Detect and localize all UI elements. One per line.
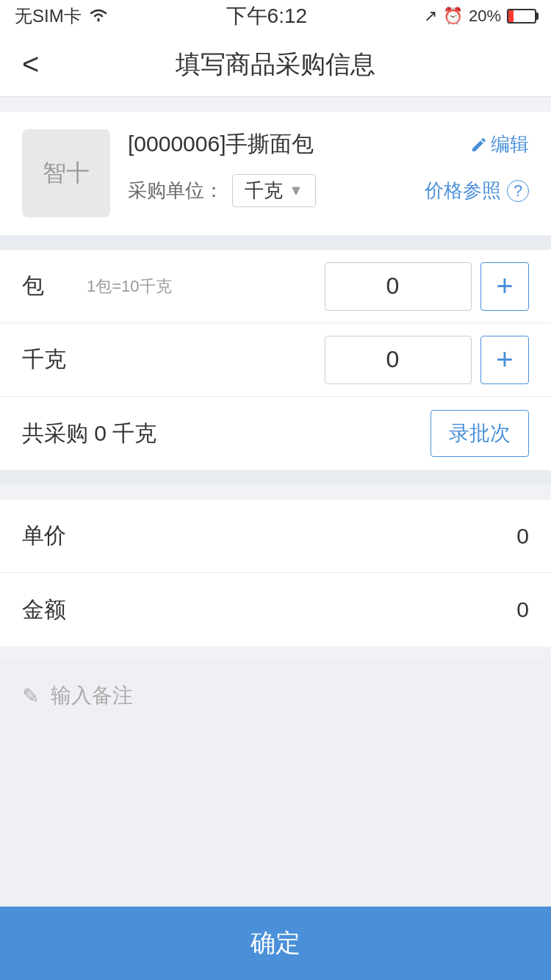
battery-percent: 20% bbox=[469, 7, 501, 26]
bag-input-wrapper: + bbox=[172, 262, 529, 311]
product-image: 智十 bbox=[22, 129, 110, 217]
unit-price-row: 单价 0 bbox=[0, 500, 551, 573]
chevron-down-icon: ▼ bbox=[289, 182, 303, 199]
kg-input-wrapper: + bbox=[81, 336, 529, 384]
product-name: [0000006]手撕面包 bbox=[128, 129, 314, 159]
amount-row: 金额 0 bbox=[0, 573, 551, 646]
amount-value: 0 bbox=[516, 597, 529, 622]
amount-label: 金额 bbox=[22, 595, 66, 625]
gps-icon: ↗ bbox=[424, 7, 437, 26]
product-logo: 智十 bbox=[43, 157, 90, 190]
bag-sublabel: 1包=10千克 bbox=[87, 275, 172, 298]
note-section[interactable]: ✎ 输入备注 bbox=[0, 661, 551, 730]
unit-price-label: 单价 bbox=[22, 521, 66, 551]
unit-label: 采购单位： bbox=[128, 178, 223, 203]
bag-label: 包 bbox=[22, 271, 81, 301]
content-filler bbox=[0, 730, 551, 907]
kg-input-row: 千克 + bbox=[0, 323, 551, 397]
alarm-icon: ⏰ bbox=[443, 7, 463, 26]
bag-input-row: 包 1包=10千克 + bbox=[0, 250, 551, 323]
note-placeholder: 输入备注 bbox=[51, 682, 133, 710]
unit-price-value: 0 bbox=[516, 524, 529, 549]
section-divider-1 bbox=[0, 235, 551, 250]
battery-icon bbox=[507, 9, 536, 24]
summary-row: 共采购 0 千克 录批次 bbox=[0, 397, 551, 470]
status-time: 下午6:12 bbox=[226, 2, 308, 30]
kg-label: 千克 bbox=[22, 345, 81, 375]
product-unit-row: 采购单位： 千克 ▼ 价格参照 ? bbox=[128, 174, 529, 207]
kg-input[interactable] bbox=[325, 336, 472, 384]
bag-plus-button[interactable]: + bbox=[480, 262, 529, 311]
unit-select[interactable]: 千克 ▼ bbox=[232, 174, 316, 207]
kg-plus-button[interactable]: + bbox=[480, 336, 529, 384]
product-title-row: [0000006]手撕面包 编辑 bbox=[128, 129, 529, 159]
edit-button[interactable]: 编辑 bbox=[470, 131, 529, 157]
price-ref-button[interactable]: 价格参照 ? bbox=[425, 178, 529, 203]
pencil-icon: ✎ bbox=[22, 684, 39, 708]
bag-input[interactable] bbox=[325, 262, 472, 311]
summary-text: 共采购 0 千克 bbox=[22, 419, 156, 449]
status-bar: 无SIM卡 下午6:12 ↗ ⏰ 20% bbox=[0, 0, 551, 32]
status-left: 无SIM卡 bbox=[15, 4, 109, 28]
price-section: 单价 0 金额 0 bbox=[0, 500, 551, 646]
status-right: ↗ ⏰ 20% bbox=[424, 7, 536, 26]
confirm-button[interactable]: 确定 bbox=[251, 926, 300, 960]
wifi-icon bbox=[87, 6, 109, 26]
batch-button[interactable]: 录批次 bbox=[431, 410, 529, 457]
product-card: 智十 [0000006]手撕面包 编辑 采购单位： 千克 bbox=[0, 112, 551, 235]
page-title: 填写商品采购信息 bbox=[176, 48, 375, 82]
question-icon: ? bbox=[507, 180, 529, 202]
product-info: [0000006]手撕面包 编辑 采购单位： 千克 ▼ bbox=[128, 129, 529, 207]
nav-bar: < 填写商品采购信息 bbox=[0, 32, 551, 97]
back-button[interactable]: < bbox=[22, 48, 39, 81]
input-section: 包 1包=10千克 + 千克 + bbox=[0, 250, 551, 397]
confirm-bar[interactable]: 确定 bbox=[0, 907, 551, 980]
network-label: 无SIM卡 bbox=[15, 4, 82, 28]
section-divider-2 bbox=[0, 470, 551, 485]
